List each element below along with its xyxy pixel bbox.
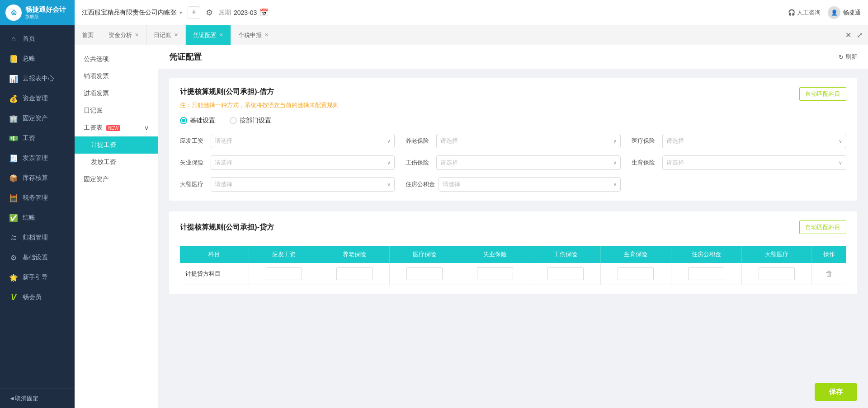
sidebar-item-archive[interactable]: 🗂 归档管理 — [0, 228, 75, 248]
sidebar-item-basic[interactable]: ⚙ 基础设置 — [0, 248, 75, 267]
sidebar-item-invoice[interactable]: 🧾 发票管理 — [0, 148, 75, 168]
label-yiliao: 医疗保险 — [632, 137, 659, 145]
cell-gongshang — [530, 263, 601, 285]
select-gjj[interactable]: 请选择 ∨ — [439, 177, 620, 192]
sidebar-item-checkout[interactable]: ✅ 结账 — [0, 208, 75, 228]
th-yingfa: 应发工资 — [249, 246, 319, 263]
calendar-icon[interactable]: 📅 — [259, 8, 269, 17]
tab-journal-close[interactable]: ✕ — [174, 32, 178, 38]
period-label: 账期 — [218, 9, 231, 17]
input-shengyu[interactable] — [618, 267, 654, 280]
select-yanglao[interactable]: 请选择 ∨ — [436, 134, 620, 148]
select-yingfa[interactable]: 请选择 ∨ — [211, 134, 395, 148]
cancel-fixed-label: ◄取消固定 — [9, 394, 38, 403]
period-value: 2023-03 — [234, 9, 257, 16]
sidebar-item-ledger[interactable]: 📒 总账 — [0, 49, 75, 69]
th-shiye: 失业保险 — [460, 246, 530, 263]
cancel-fixed-btn[interactable]: ◄取消固定 — [0, 389, 75, 408]
tab-tax[interactable]: 个税申报 ✕ — [231, 25, 276, 45]
save-button[interactable]: 保存 — [815, 383, 857, 401]
service-button[interactable]: 🎧 人工咨询 — [788, 9, 821, 17]
label-gjj: 住房公积金 — [406, 180, 435, 188]
credit-auto-match-button[interactable]: 自动匹配科目 — [799, 220, 846, 234]
debit-auto-match-button[interactable]: 自动匹配科目 — [799, 87, 846, 101]
expand-icon: ∨ — [144, 124, 149, 131]
label-gongshang: 工伤保险 — [406, 159, 433, 167]
sec-item-fixed-assets[interactable]: 固定资产 — [75, 171, 158, 188]
select-dae[interactable]: 请选择 ∨ — [211, 177, 395, 192]
input-yingfa[interactable] — [266, 267, 302, 280]
tab-journal[interactable]: 日记账 ✕ — [146, 25, 186, 45]
tab-tax-close[interactable]: ✕ — [264, 32, 269, 38]
tab-capital[interactable]: 资金分析 ✕ — [101, 25, 146, 45]
select-dae-placeholder: 请选择 — [215, 180, 232, 188]
cell-shengyu — [601, 263, 671, 285]
sec-item-sales[interactable]: 销项发票 — [75, 68, 158, 85]
sidebar-label-ledger: 总账 — [23, 55, 35, 63]
close-window-icon[interactable]: ✕ — [845, 31, 851, 39]
tab-voucher[interactable]: 凭证配置 ✕ — [186, 25, 231, 45]
select-shiye[interactable]: 请选择 ∨ — [211, 155, 395, 170]
sidebar-label-assets: 固定资产 — [23, 114, 48, 122]
input-gjj[interactable] — [688, 267, 724, 280]
select-gongshang[interactable]: 请选择 ∨ — [436, 155, 620, 170]
home-icon: ⌂ — [9, 34, 18, 43]
maximize-icon[interactable]: ⤢ — [857, 31, 863, 39]
main-area: 江西服宝精品有限责任公司内账张 ▾ + ⚙ 账期 2023-03 📅 🎧 人工咨… — [75, 0, 868, 408]
select-shengyu[interactable]: 请选择 ∨ — [662, 155, 846, 170]
delete-row-icon[interactable]: 🗑 — [826, 270, 833, 277]
th-yiliao: 医疗保险 — [389, 246, 460, 263]
assets-icon: 🏢 — [9, 114, 18, 123]
sec-item-calc-salary[interactable]: 计提工资 — [75, 136, 158, 154]
input-gongshang[interactable] — [547, 267, 584, 280]
page-header: 凭证配置 ↻ 刷新 — [158, 45, 868, 69]
th-action: 操作 — [812, 246, 846, 263]
sidebar-item-inventory[interactable]: 📦 库存核算 — [0, 168, 75, 188]
form-item-shiye: 失业保险 请选择 ∨ — [180, 155, 395, 170]
refresh-button[interactable]: ↻ 刷新 — [839, 53, 857, 61]
input-yanglao[interactable] — [336, 267, 373, 280]
sidebar-item-guide[interactable]: 🌟 新手引导 — [0, 267, 75, 287]
settings-icon[interactable]: ⚙ — [206, 8, 213, 18]
th-dae: 大额医疗 — [741, 246, 812, 263]
period-selector[interactable]: 账期 2023-03 📅 — [218, 8, 269, 17]
radio-dept[interactable]: 按部门设置 — [230, 117, 271, 125]
sec-item-journal[interactable]: 日记账 — [75, 102, 158, 119]
sec-item-pay-salary[interactable]: 发放工资 — [75, 154, 158, 171]
app-edition: 旗舰版 — [25, 14, 66, 20]
sidebar-item-capital[interactable]: 💰 资金管理 — [0, 89, 75, 108]
input-yiliao[interactable] — [406, 267, 443, 280]
tabbar-controls: ✕ ⤢ — [840, 25, 868, 45]
sec-item-public[interactable]: 公共选项 — [75, 51, 158, 68]
th-shengyu: 生育保险 — [601, 246, 671, 263]
user-profile[interactable]: 👤 畅捷通 — [828, 6, 861, 19]
page-main: 凭证配置 ↻ 刷新 计提核算规则(公司承担)-借方 注：只能选择一种方式，系统将… — [158, 45, 868, 408]
select-yiliao-arrow: ∨ — [839, 138, 842, 144]
sidebar-item-home[interactable]: ⌂ 首页 — [0, 29, 75, 49]
add-company-button[interactable]: + — [188, 6, 200, 19]
sidebar-item-reports[interactable]: 📊 云报表中心 — [0, 69, 75, 89]
tab-home[interactable]: 首页 — [75, 25, 101, 45]
sidebar-item-member[interactable]: V 畅会员 — [0, 287, 75, 307]
company-selector[interactable]: 江西服宝精品有限责任公司内账张 ▾ — [82, 9, 182, 17]
inventory-icon: 📦 — [9, 174, 18, 183]
sec-item-salary-table[interactable]: 工资表 NEW ∨ — [75, 119, 158, 136]
guide-icon: 🌟 — [9, 273, 18, 282]
input-dae[interactable] — [759, 267, 795, 280]
radio-basic[interactable]: 基础设置 — [180, 117, 215, 125]
sidebar-item-tax[interactable]: 🧮 税务管理 — [0, 188, 75, 208]
cell-action: 🗑 — [812, 263, 846, 285]
input-shiye[interactable] — [477, 267, 513, 280]
label-yingfa: 应发工资 — [180, 137, 207, 145]
label-shiye: 失业保险 — [180, 159, 207, 167]
tab-capital-close[interactable]: ✕ — [135, 32, 139, 38]
sec-item-purchase[interactable]: 进项发票 — [75, 85, 158, 102]
tab-voucher-close[interactable]: ✕ — [219, 32, 223, 38]
select-gongshang-arrow: ∨ — [613, 160, 617, 166]
sidebar-item-salary[interactable]: 💵 工资 — [0, 128, 75, 148]
select-yiliao[interactable]: 请选择 ∨ — [662, 134, 846, 148]
form-item-gjj: 住房公积金 请选择 ∨ — [406, 177, 620, 192]
radio-basic-circle — [180, 117, 187, 124]
username: 畅捷通 — [843, 9, 861, 17]
sidebar-item-assets[interactable]: 🏢 固定资产 — [0, 108, 75, 128]
